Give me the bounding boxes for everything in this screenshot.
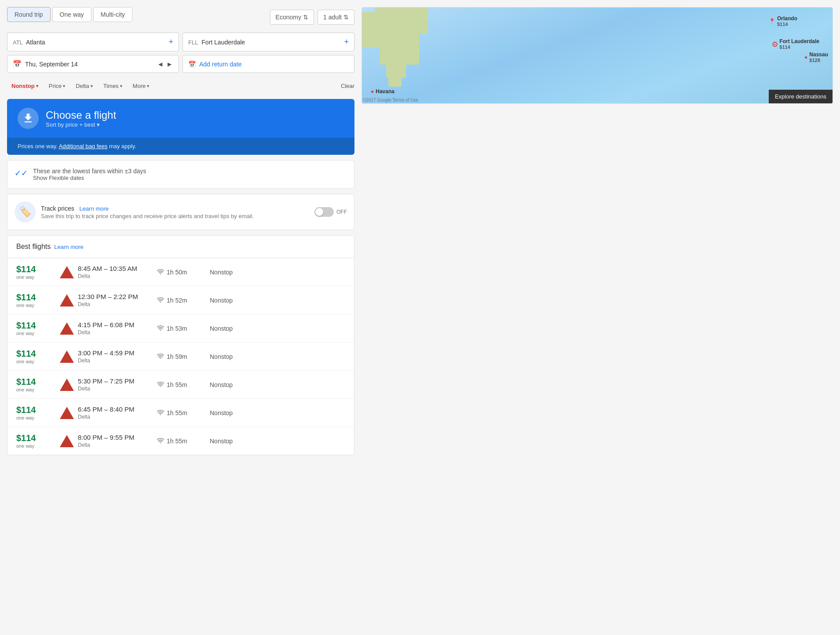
check-icon: ✓✓: [15, 168, 28, 178]
track-title-text: Track prices: [41, 205, 74, 212]
svg-point-4: [160, 386, 161, 387]
cabin-selector[interactable]: Economy ⇅: [270, 10, 314, 25]
origin-code: ATL: [13, 39, 23, 46]
next-date-button[interactable]: ▶: [166, 60, 173, 68]
flight-stops: Nonstop: [210, 269, 233, 276]
airline-logo: [56, 407, 78, 419]
departure-date-field[interactable]: 📅 Thu, September 14 ◀ ▶: [7, 55, 179, 73]
wifi-icon: [157, 325, 164, 332]
explore-destinations-button[interactable]: Explore destinations: [769, 90, 833, 103]
map-copyright: ©2017 Google Terms of Use: [363, 98, 418, 102]
flight-times: 12:30 PM – 2:22 PM Delta: [78, 293, 157, 307]
departure-date: Thu, September 14: [25, 61, 78, 68]
wifi-icon: [157, 297, 164, 304]
best-flights-learn-more-link[interactable]: Learn more: [54, 244, 83, 250]
chevron-down-icon: ▾: [91, 84, 93, 88]
flight-wifi-duration: 1h 53m: [157, 325, 210, 332]
flight-wifi-duration: 1h 50m: [157, 269, 210, 276]
flight-stops: Nonstop: [210, 438, 233, 445]
airline-logo: [56, 435, 78, 447]
lowest-fares-line1: These are the lowest fares within ±3 day…: [33, 168, 146, 175]
banner-title: Choose a flight: [46, 109, 116, 121]
airline-logo: [56, 266, 78, 278]
destination-name: Fort Lauderdale: [201, 39, 245, 46]
flight-stops: Nonstop: [210, 409, 233, 416]
airline-logo: [56, 322, 78, 335]
destination-field[interactable]: FLL Fort Lauderdale +: [183, 33, 354, 51]
flight-price: $114 one way: [16, 433, 56, 449]
map-label-havana: ● Havana: [371, 88, 394, 95]
airline-logo: [56, 379, 78, 391]
airline-logo: [56, 294, 78, 307]
flight-wifi-duration: 1h 52m: [157, 297, 210, 304]
more-filter[interactable]: More ▾: [128, 80, 154, 92]
clear-filters-button[interactable]: Clear: [341, 83, 354, 89]
map-pin-icon: ⊙: [772, 40, 778, 48]
flight-stops: Nonstop: [210, 381, 233, 388]
flight-times: 8:00 PM – 9:55 PM Delta: [78, 434, 157, 448]
return-date-field[interactable]: 📅 Add return date: [183, 55, 354, 73]
flight-wifi-duration: 1h 55m: [157, 381, 210, 388]
flight-price: $114 one way: [16, 349, 56, 364]
price-tracking-toggle[interactable]: OFF: [314, 207, 347, 217]
svg-point-1: [160, 302, 161, 303]
flight-row[interactable]: $114 one way 3:00 PM – 4:59 PM Delta 1h …: [7, 343, 354, 371]
chevron-down-icon: ⇅: [343, 14, 349, 21]
wifi-icon: [157, 438, 164, 445]
map-panel: 📍 Orlando $114 ⊙ Fort Lauderdale $114: [362, 7, 833, 460]
price-filter[interactable]: Price ▾: [44, 80, 70, 92]
tab-round-trip[interactable]: Round trip: [7, 7, 51, 22]
price-tracker-icon: 🏷️: [15, 201, 36, 223]
passengers-selector[interactable]: 1 adult ⇅: [318, 10, 354, 25]
flight-row[interactable]: $114 one way 8:45 AM – 10:35 AM Delta 1h…: [7, 258, 354, 286]
best-flights-section: Best flights Learn more $114 one way 8:4…: [7, 235, 354, 455]
map-label-nassau: ● Nassau $128: [804, 51, 828, 63]
return-date-label: Add return date: [199, 61, 242, 68]
map-container: 📍 Orlando $114 ⊙ Fort Lauderdale $114: [362, 7, 833, 104]
map-pin-icon: 📍: [769, 18, 775, 24]
chevron-down-icon: ▾: [63, 84, 65, 88]
bag-fees-link[interactable]: Additional bag fees: [59, 143, 108, 150]
origin-name: Atlanta: [26, 39, 45, 46]
calendar-icon: 📅: [13, 60, 22, 68]
chevron-down-icon: ⇅: [303, 14, 308, 21]
airline-logo: [56, 350, 78, 363]
add-destination-icon: +: [344, 37, 349, 47]
flight-row[interactable]: $114 one way 5:30 PM – 7:25 PM Delta 1h …: [7, 371, 354, 399]
tab-one-way[interactable]: One way: [52, 7, 91, 22]
track-prices-box: 🏷️ Track prices Learn more Save this tri…: [7, 194, 354, 230]
flight-stops: Nonstop: [210, 325, 233, 332]
times-filter[interactable]: Times ▾: [99, 80, 127, 92]
flight-times: 4:15 PM – 6:08 PM Delta: [78, 321, 157, 336]
calendar-icon: 📅: [188, 61, 196, 68]
flight-row[interactable]: $114 one way 6:45 PM – 8:40 PM Delta 1h …: [7, 399, 354, 427]
tab-multi-city[interactable]: Multi-city: [93, 7, 132, 22]
track-description: Save this trip to track price changes an…: [41, 213, 309, 219]
flight-row[interactable]: $114 one way 4:15 PM – 6:08 PM Delta 1h …: [7, 314, 354, 343]
flight-price: $114 one way: [16, 264, 56, 280]
flight-stops: Nonstop: [210, 297, 233, 304]
flight-times: 6:45 PM – 8:40 PM Delta: [78, 405, 157, 420]
wifi-icon: [157, 269, 164, 276]
toggle-off-label: OFF: [336, 209, 347, 215]
show-flexible-dates-button[interactable]: Show Flexible dates: [33, 175, 146, 181]
svg-point-2: [160, 330, 161, 331]
wifi-icon: [157, 353, 164, 360]
prev-date-button[interactable]: ◀: [157, 60, 164, 68]
flight-wifi-duration: 1h 55m: [157, 438, 210, 445]
nonstop-filter[interactable]: Nonstop ▾: [7, 80, 43, 92]
map-label-orlando: 📍 Orlando $114: [769, 15, 797, 27]
flight-price: $114 one way: [16, 292, 56, 308]
track-learn-more-link[interactable]: Learn more: [80, 205, 109, 212]
prices-note: Prices one way. Additional bag fees may …: [7, 138, 354, 155]
flight-row[interactable]: $114 one way 8:00 PM – 9:55 PM Delta 1h …: [7, 427, 354, 455]
banner-subtitle[interactable]: Sort by price + best ▾: [46, 121, 116, 128]
airline-filter[interactable]: Delta ▾: [71, 80, 97, 92]
origin-field[interactable]: ATL Atlanta +: [7, 33, 179, 51]
map-pin-icon: ●: [804, 54, 807, 60]
flight-row[interactable]: $114 one way 12:30 PM – 2:22 PM Delta 1h…: [7, 286, 354, 314]
flight-times: 5:30 PM – 7:25 PM Delta: [78, 377, 157, 392]
flight-wifi-duration: 1h 59m: [157, 353, 210, 360]
lowest-fares-notice: ✓✓ These are the lowest fares within ±3 …: [7, 160, 354, 189]
add-origin-icon: +: [168, 37, 173, 47]
